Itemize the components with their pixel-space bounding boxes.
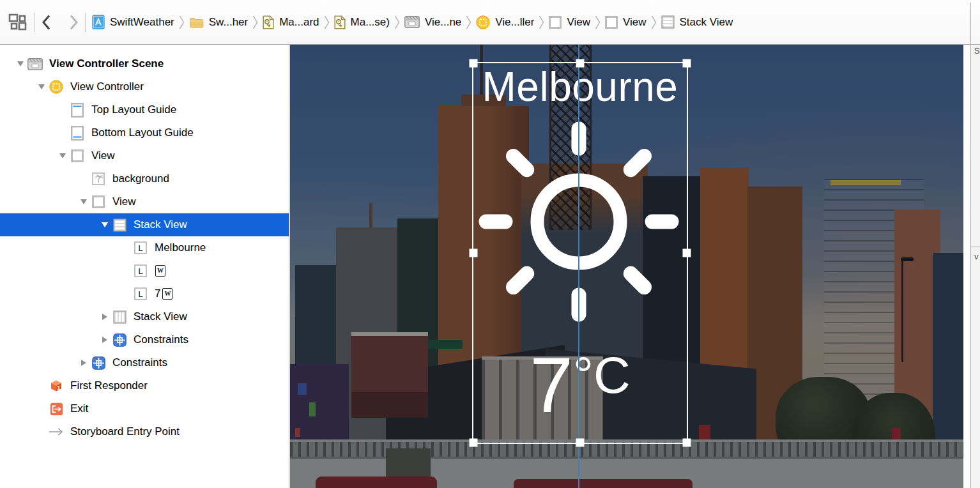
selection-handle[interactable] — [470, 59, 478, 68]
chevron-right-icon[interactable] — [69, 14, 79, 31]
selection-handle[interactable] — [576, 439, 585, 447]
svg-text:L: L — [138, 266, 142, 276]
selection-handle[interactable] — [683, 439, 691, 447]
svg-text:1: 1 — [57, 385, 60, 391]
exit-icon — [49, 401, 64, 416]
outline-row-view-controller[interactable]: View Controller — [0, 75, 289, 98]
outline-row-7[interactable]: L7W — [0, 282, 289, 305]
selection-handle[interactable] — [683, 249, 691, 257]
outline-row-label: Constraints — [134, 333, 188, 346]
outline-row-exit[interactable]: Exit — [0, 397, 289, 420]
scene-icon — [404, 16, 420, 28]
breadcrumb-item-view[interactable]: View — [549, 16, 590, 29]
view-controller-icon — [49, 79, 64, 95]
breadcrumb-label: Vie...ne — [425, 16, 461, 29]
disclosure-triangle[interactable] — [78, 199, 89, 204]
constraints-icon — [91, 355, 106, 370]
outline-row-label: Constraints — [112, 356, 167, 369]
breadcrumb-item-ma-ard[interactable]: Ma...ard — [263, 15, 319, 29]
jump-bar: SwiftWeatherSw...herMa...ardMa...se)Vie.… — [0, 0, 980, 45]
missing-glyph-box: W — [155, 265, 165, 277]
outline-row-storyboard-entry-point[interactable]: Storyboard Entry Point — [0, 420, 289, 443]
svg-text:L: L — [138, 289, 142, 299]
app-icon — [92, 15, 105, 29]
breadcrumb: SwiftWeatherSw...herMa...ardMa...se)Vie.… — [92, 14, 733, 31]
outline-row-label: Storyboard Entry Point — [70, 425, 180, 438]
panel-divider[interactable] — [970, 3, 971, 488]
entry-arrow-icon — [49, 424, 64, 439]
breadcrumb-label: Stack View — [680, 16, 733, 29]
outline-row-label: Stack View — [134, 310, 187, 323]
outline-row-view-controller-scene[interactable]: View Controller Scene — [0, 52, 289, 75]
outline-row-label: Stack View — [134, 218, 187, 231]
disclosure-triangle[interactable] — [15, 61, 26, 66]
chevron-left-icon[interactable] — [42, 14, 51, 31]
view-icon — [605, 16, 618, 29]
breadcrumb-item-ma-se[interactable]: Ma...se) — [334, 15, 390, 29]
outline-row-view[interactable]: View — [0, 144, 289, 167]
breadcrumb-item-sw-her[interactable]: Sw...her — [189, 16, 248, 29]
view-icon — [549, 16, 562, 29]
breadcrumb-item-swiftweather[interactable]: SwiftWeather — [92, 15, 174, 29]
storyboard-icon — [263, 15, 274, 29]
outline-row-label: Melbourne — [155, 241, 206, 254]
breadcrumb-item-view[interactable]: View — [605, 16, 647, 29]
outline-row-label: Bottom Layout Guide — [91, 126, 194, 139]
breadcrumb-label: Vie...ller — [495, 16, 534, 29]
outline-row-background[interactable]: background — [0, 167, 289, 190]
breadcrumb-separator-icon — [466, 14, 471, 31]
canvas-gutter — [963, 45, 970, 488]
constraints-icon — [112, 332, 127, 347]
outline-row-melbourne[interactable]: LMelbourne — [0, 236, 289, 259]
outline-row-first-responder[interactable]: 1First Responder — [0, 374, 289, 397]
label-icon: L — [133, 240, 148, 255]
storyboard-icon — [334, 15, 346, 29]
outline-row-label: 7 — [155, 287, 160, 300]
image-view-icon — [91, 171, 106, 187]
breadcrumb-separator-icon — [179, 14, 185, 31]
breadcrumb-item-stack-view[interactable]: Stack View — [661, 15, 733, 29]
outline-row-label: Top Layout Guide — [91, 103, 176, 116]
outline-row-stack-view[interactable]: Stack View — [0, 305, 289, 328]
view-controller-icon — [476, 15, 490, 29]
outline-row-label: First Responder — [70, 379, 148, 392]
selection-handle[interactable] — [683, 59, 691, 68]
view-icon — [70, 148, 85, 164]
storyboard-canvas: Melbourne 7°C — [290, 45, 970, 488]
outline-row-label[interactable]: LW — [0, 259, 289, 282]
selection-handle[interactable] — [470, 249, 478, 257]
stack-vertical-icon — [112, 217, 127, 233]
outline-row-stack-view[interactable]: Stack View — [0, 213, 289, 236]
selection-rectangle[interactable] — [472, 62, 688, 444]
disclosure-triangle[interactable] — [99, 337, 111, 343]
disclosure-triangle[interactable] — [36, 84, 47, 89]
panel-section-divider — [971, 246, 980, 247]
outline-row-bottom-layout-guide[interactable]: Bottom Layout Guide — [0, 121, 289, 144]
canvas-background-image[interactable]: Melbourne 7°C — [290, 45, 963, 488]
breadcrumb-item-vie-ller[interactable]: Vie...ller — [476, 15, 534, 29]
breadcrumb-separator-icon — [651, 14, 657, 31]
breadcrumb-label: Ma...se) — [351, 16, 390, 29]
outline-row-constraints[interactable]: Constraints — [0, 351, 289, 374]
disclosure-triangle[interactable] — [99, 314, 111, 320]
outline-row-top-layout-guide[interactable]: Top Layout Guide — [0, 98, 289, 121]
toolbar-divider — [85, 13, 86, 32]
selection-handle[interactable] — [470, 439, 478, 447]
disclosure-triangle[interactable] — [99, 222, 111, 227]
related-items-grid-icon[interactable] — [8, 12, 28, 33]
disclosure-triangle[interactable] — [78, 360, 89, 366]
panel-text-fragment: S — [974, 46, 980, 56]
outline-row-view[interactable]: View — [0, 190, 289, 213]
selection-handle[interactable] — [576, 59, 585, 68]
stack-vertical-icon — [661, 15, 675, 29]
missing-glyph-box: W — [162, 288, 172, 300]
outline-row-label: background — [112, 172, 169, 185]
toolbar-divider — [34, 13, 35, 32]
bottom-layout-guide-icon — [70, 125, 85, 141]
breadcrumb-separator-icon — [595, 14, 601, 31]
folder-icon — [189, 17, 204, 28]
disclosure-triangle[interactable] — [57, 153, 68, 158]
breadcrumb-label: View — [623, 16, 647, 29]
outline-row-constraints[interactable]: Constraints — [0, 328, 289, 351]
breadcrumb-item-vie-ne[interactable]: Vie...ne — [404, 16, 461, 29]
